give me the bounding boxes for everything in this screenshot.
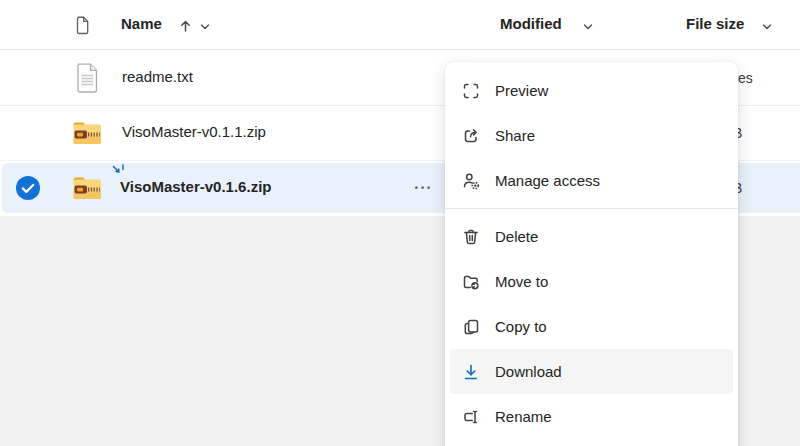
menu-item-label: Preview bbox=[495, 82, 548, 99]
menu-item-preview[interactable]: Preview bbox=[450, 68, 733, 113]
move-to-icon bbox=[461, 272, 481, 292]
menu-item-label: Share bbox=[495, 127, 535, 144]
menu-item-download[interactable]: Download bbox=[450, 349, 733, 394]
menu-item-copy-to[interactable]: Copy to bbox=[450, 304, 733, 349]
file-size-dropdown-chevron-icon[interactable] bbox=[761, 21, 773, 33]
menu-item-label: Move to bbox=[495, 273, 548, 290]
preview-icon bbox=[461, 81, 481, 101]
menu-item-label: Copy to bbox=[495, 318, 547, 335]
delete-icon bbox=[461, 227, 481, 247]
copy-to-icon bbox=[461, 317, 481, 337]
manage-access-icon bbox=[461, 171, 481, 191]
more-options-button[interactable]: ••• bbox=[408, 175, 440, 201]
file-manager-view: Name Modified File size readme. bbox=[0, 0, 800, 446]
menu-item-share[interactable]: Share bbox=[450, 113, 733, 158]
menu-divider bbox=[445, 208, 738, 209]
sort-ascending-icon[interactable] bbox=[179, 19, 192, 33]
column-header-modified[interactable]: Modified bbox=[500, 15, 562, 32]
column-header-name[interactable]: Name bbox=[121, 15, 162, 32]
zip-archive-icon bbox=[70, 171, 104, 205]
menu-item-delete[interactable]: Delete bbox=[450, 214, 733, 259]
share-icon bbox=[461, 126, 481, 146]
file-name: readme.txt bbox=[122, 68, 193, 85]
name-dropdown-chevron-icon[interactable] bbox=[199, 21, 211, 33]
menu-item-label: Download bbox=[495, 363, 562, 380]
menu-item-label: Rename bbox=[495, 408, 552, 425]
file-type-column-icon[interactable] bbox=[74, 14, 91, 36]
text-file-icon bbox=[70, 61, 104, 95]
menu-item-move-to[interactable]: Move to bbox=[450, 259, 733, 304]
selected-checkmark-icon[interactable] bbox=[16, 176, 40, 200]
context-menu: Preview Share Manage access bbox=[445, 62, 738, 446]
list-header: Name Modified File size bbox=[0, 0, 800, 50]
menu-item-rename[interactable]: Rename bbox=[450, 394, 733, 439]
modified-dropdown-chevron-icon[interactable] bbox=[582, 21, 594, 33]
column-header-file-size[interactable]: File size bbox=[686, 15, 744, 32]
download-icon bbox=[461, 362, 481, 382]
file-name: VisoMaster-v0.1.6.zip bbox=[120, 178, 271, 195]
zip-archive-icon bbox=[70, 116, 104, 150]
menu-item-label: Delete bbox=[495, 228, 538, 245]
rename-icon bbox=[461, 407, 481, 427]
file-name: VisoMaster-v0.1.1.zip bbox=[122, 123, 266, 140]
menu-item-manage-access[interactable]: Manage access bbox=[450, 158, 733, 203]
menu-item-label: Manage access bbox=[495, 172, 600, 189]
